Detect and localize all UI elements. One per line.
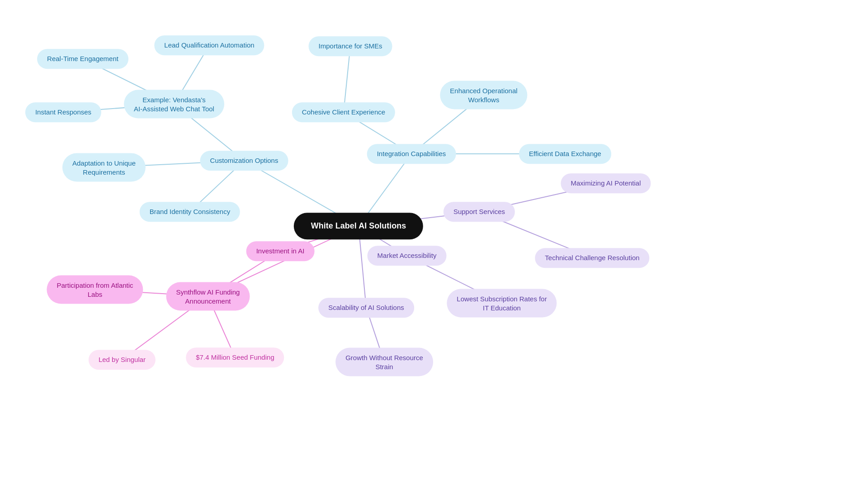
node-label-enhancedOperational: Enhanced Operational Workflows xyxy=(450,86,517,104)
node-label-importanceSMEs: Importance for SMEs xyxy=(319,42,382,51)
node-label-leadQualification: Lead Qualification Automation xyxy=(164,41,254,50)
node-importanceSMEs: Importance for SMEs xyxy=(309,36,392,56)
node-investmentAI: Investment in AI xyxy=(246,241,315,261)
node-label-realTimeEngagement: Real-Time Engagement xyxy=(47,54,118,63)
node-technicalChallenge: Technical Challenge Resolution xyxy=(535,248,649,268)
node-label-adaptationUnique: Adaptation to Unique Requirements xyxy=(72,159,136,176)
node-label-integrationCapabilities: Integration Capabilities xyxy=(377,149,446,158)
node-enhancedOperational: Enhanced Operational Workflows xyxy=(440,81,527,109)
node-label-cohesiveClient: Cohesive Client Experience xyxy=(302,108,385,117)
node-brandIdentity: Brand Identity Consistency xyxy=(140,202,240,222)
node-label-supportServices: Support Services xyxy=(453,207,505,216)
node-label-participationAtlantic: Participation from Atlantic Labs xyxy=(57,281,133,299)
node-label-growthWithout: Growth Without Resource Strain xyxy=(345,353,423,371)
node-label-ledBySingular: Led by Singular xyxy=(99,355,146,364)
node-label-instantResponses: Instant Responses xyxy=(35,108,91,117)
node-seedFunding: $7.4 Million Seed Funding xyxy=(186,347,284,367)
node-label-marketAccessibility: Market Accessibility xyxy=(377,251,437,260)
node-label-efficientData: Efficient Data Exchange xyxy=(529,149,601,158)
node-label-seedFunding: $7.4 Million Seed Funding xyxy=(196,353,274,362)
node-leadQualification: Lead Qualification Automation xyxy=(154,35,264,55)
node-instantResponses: Instant Responses xyxy=(25,102,101,122)
node-adaptationUnique: Adaptation to Unique Requirements xyxy=(62,153,146,182)
node-synthflowFunding: Synthflow AI Funding Announcement xyxy=(166,282,250,311)
node-label-synthflowFunding: Synthflow AI Funding Announcement xyxy=(176,288,240,305)
node-realTimeEngagement: Real-Time Engagement xyxy=(37,49,128,69)
node-ledBySingular: Led by Singular xyxy=(89,350,156,370)
node-efficientData: Efficient Data Exchange xyxy=(519,144,611,164)
node-maximizingAI: Maximizing AI Potential xyxy=(561,173,651,193)
node-center: White Label AI Solutions xyxy=(294,213,423,239)
node-label-exampleVendasta: Example: Vendasta's AI-Assisted Web Chat… xyxy=(134,95,214,113)
node-label-technicalChallenge: Technical Challenge Resolution xyxy=(545,253,639,262)
node-customizationOptions: Customization Options xyxy=(200,151,288,171)
connections-svg xyxy=(0,0,868,490)
node-label-investmentAI: Investment in AI xyxy=(256,247,305,256)
mind-map: White Label AI SolutionsReal-Time Engage… xyxy=(0,0,868,490)
node-label-brandIdentity: Brand Identity Consistency xyxy=(150,207,230,216)
node-cohesiveClient: Cohesive Client Experience xyxy=(292,102,395,122)
node-growthWithout: Growth Without Resource Strain xyxy=(335,348,433,376)
node-label-maximizingAI: Maximizing AI Potential xyxy=(571,179,641,188)
node-marketAccessibility: Market Accessibility xyxy=(368,246,447,266)
node-exampleVendasta: Example: Vendasta's AI-Assisted Web Chat… xyxy=(124,90,224,119)
node-lowestSubscription: Lowest Subscription Rates for IT Educati… xyxy=(447,289,557,318)
node-integrationCapabilities: Integration Capabilities xyxy=(367,144,456,164)
node-scalabilityAI: Scalability of AI Solutions xyxy=(318,298,414,318)
node-label-customizationOptions: Customization Options xyxy=(210,156,278,165)
node-label-lowestSubscription: Lowest Subscription Rates for IT Educati… xyxy=(457,295,547,312)
node-label-scalabilityAI: Scalability of AI Solutions xyxy=(328,303,404,312)
node-supportServices: Support Services xyxy=(443,202,515,222)
node-participationAtlantic: Participation from Atlantic Labs xyxy=(47,276,143,304)
node-label-center: White Label AI Solutions xyxy=(311,221,406,231)
